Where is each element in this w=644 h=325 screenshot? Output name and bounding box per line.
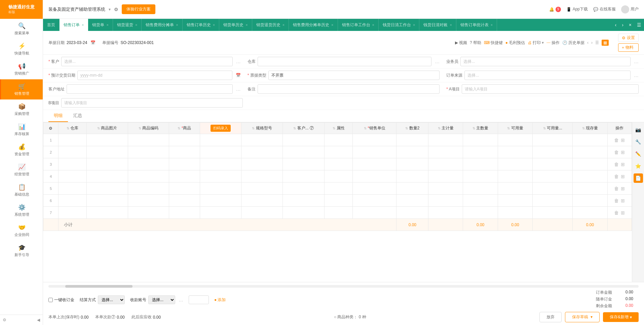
operate-btn[interactable]: ⋯ 操作 bbox=[546, 40, 560, 46]
row-delete-btn[interactable]: 🗑 bbox=[614, 137, 619, 143]
row-delete-btn[interactable]: 🗑 bbox=[614, 162, 619, 167]
tab-close[interactable]: × bbox=[491, 23, 493, 27]
payment-method-select[interactable]: 选择... bbox=[98, 295, 125, 304]
sidebar-item-tutorial[interactable]: 🎓 新手引导 bbox=[0, 241, 43, 261]
tab-detail[interactable]: 明细 bbox=[48, 110, 68, 122]
tab-menu-btn[interactable]: ☰ bbox=[634, 22, 644, 28]
tab-order-workbench[interactable]: 销售订单工作台 × bbox=[338, 19, 379, 31]
sidebar-item-sales[interactable]: 🛒 销售管理 bbox=[0, 79, 43, 99]
tab-close[interactable]: × bbox=[135, 23, 137, 27]
tab-sales-order-close[interactable]: × bbox=[82, 23, 84, 27]
col-stock[interactable]: ⇅ 现存量 bbox=[573, 123, 607, 134]
right-panel-tool[interactable]: 🔧 bbox=[634, 137, 643, 147]
sidebar-item-system[interactable]: ⚙️ 系统管理 bbox=[0, 200, 43, 220]
right-panel-edit[interactable]: ✏️ bbox=[634, 149, 643, 159]
save-draft-btn[interactable]: 保存草稿 ▾ bbox=[565, 312, 600, 322]
col-main-unit[interactable]: ⇅ 主计量 bbox=[428, 123, 463, 134]
sidebar-settings-icon[interactable]: ⚙ bbox=[3, 318, 6, 322]
add-deposit-btn[interactable]: ● 添加 bbox=[214, 297, 226, 303]
tab-close[interactable]: × bbox=[213, 23, 215, 27]
row-copy-btn[interactable]: ⊞ bbox=[621, 198, 625, 203]
address-input[interactable] bbox=[67, 84, 233, 94]
project-a-input[interactable] bbox=[462, 84, 639, 94]
history-btn[interactable]: 🕐 历史单据 bbox=[562, 40, 584, 46]
industry-btn[interactable]: 体验行业方案 bbox=[122, 4, 155, 14]
sidebar-item-operations[interactable]: 📈 经营管理 bbox=[0, 160, 43, 180]
tab-close[interactable]: × bbox=[331, 23, 333, 27]
row-delete-btn[interactable]: 🗑 bbox=[614, 186, 619, 191]
deposit-amount-input[interactable]: 0.00 bbox=[189, 295, 209, 304]
col-customer-code[interactable]: ⇅ 客户... ⑦ bbox=[282, 123, 325, 134]
col-settings[interactable]: ⚙ bbox=[43, 123, 59, 134]
warehouse-more-btn[interactable]: … bbox=[435, 59, 440, 64]
one-click-deposit-checkbox[interactable] bbox=[48, 298, 53, 302]
address-more-btn[interactable]: … bbox=[236, 86, 241, 92]
order-source-more-btn[interactable]: … bbox=[634, 73, 639, 78]
discard-btn[interactable]: 放弃 bbox=[539, 312, 562, 322]
project-b-input[interactable] bbox=[61, 98, 243, 108]
sidebar-item-quick-nav[interactable]: ⚡ 快捷导航 bbox=[0, 39, 43, 59]
tab-sales-return[interactable]: 销货退货 × bbox=[113, 19, 142, 31]
app-download-btn[interactable]: 📱 App下载 bbox=[566, 6, 588, 12]
col-available[interactable]: ⇅ 可用量 bbox=[498, 123, 532, 134]
right-panel-star[interactable]: ⭐ bbox=[634, 161, 643, 171]
sidebar-item-enterprise[interactable]: 🤝 企业协同 bbox=[0, 220, 43, 241]
row-copy-btn[interactable]: ⊞ bbox=[621, 162, 625, 167]
col-spec[interactable]: ⇅ 规格型号 bbox=[241, 123, 283, 134]
sidebar-item-basic-info[interactable]: 📋 基础信息 bbox=[0, 180, 43, 200]
row-delete-btn[interactable]: 🗑 bbox=[614, 150, 619, 155]
account-select[interactable]: 选择... bbox=[148, 295, 175, 304]
tab-order-history[interactable]: 销售订单历史 × bbox=[183, 19, 219, 31]
row-copy-btn[interactable]: ⊞ bbox=[621, 186, 625, 191]
col-unit[interactable]: ⇅ *销售单位 bbox=[353, 123, 396, 134]
online-service-btn[interactable]: 💬 在线客服 bbox=[593, 6, 616, 12]
tab-close[interactable]: × bbox=[450, 23, 452, 27]
ticket-type-select[interactable]: 不开票 bbox=[268, 71, 440, 80]
sidebar-collapse-icon[interactable]: ◀ bbox=[37, 318, 40, 322]
print-btn[interactable]: 🖨 打印 ▾ bbox=[528, 40, 544, 46]
col-main-qty[interactable]: ⇅ 主数量 bbox=[463, 123, 498, 134]
tab-bill-history[interactable]: 销货单历史 × bbox=[219, 19, 252, 31]
tab-close[interactable]: × bbox=[372, 23, 374, 27]
settings-icon[interactable]: ⚙ bbox=[114, 7, 118, 12]
tab-sales-order[interactable]: 销售订单 × bbox=[60, 19, 88, 31]
sidebar-item-search[interactable]: 🔍 搜索菜单 bbox=[0, 19, 43, 39]
scroll-thumb[interactable] bbox=[65, 285, 132, 288]
tab-close[interactable]: × bbox=[106, 23, 108, 27]
tab-close[interactable]: × bbox=[282, 23, 285, 27]
shortcut-btn[interactable]: ⌨ 快捷键 bbox=[484, 40, 503, 46]
tab-close[interactable]: × bbox=[245, 23, 248, 27]
staff-input[interactable] bbox=[460, 57, 631, 66]
notification-btn[interactable]: 🔔 9 bbox=[549, 7, 561, 12]
settings-btn[interactable]: ⚙ 设置 bbox=[618, 34, 639, 42]
right-panel-camera[interactable]: 📷 bbox=[634, 125, 643, 134]
save-draft-dropdown[interactable]: ▾ bbox=[591, 315, 593, 319]
col-image[interactable]: ⇅ 商品图片 bbox=[86, 123, 128, 134]
delivery-date-input[interactable] bbox=[77, 71, 232, 80]
order-source-input[interactable] bbox=[464, 71, 631, 80]
tab-close[interactable]: × bbox=[413, 23, 415, 27]
nav-right-btn[interactable]: › bbox=[591, 40, 593, 45]
col-scan[interactable]: 扫码录入 bbox=[200, 123, 241, 134]
row-copy-btn[interactable]: ⊞ bbox=[621, 150, 625, 155]
tab-close[interactable]: × bbox=[176, 23, 178, 27]
col-attr[interactable]: ⇅ 属性 bbox=[325, 123, 353, 134]
preview-btn[interactable]: ▶ 视频 bbox=[455, 40, 467, 46]
save-new-btn[interactable]: 保存&新增 ▾ bbox=[603, 312, 639, 322]
tab-daily-reconcile[interactable]: 钱货日清对账 × bbox=[419, 19, 456, 31]
warehouse-input[interactable]: 成品库 bbox=[258, 57, 432, 66]
tab-sales-bill[interactable]: 销货单 × bbox=[88, 19, 113, 31]
tab-expense-history[interactable]: 销售费用分摊单历史 × bbox=[289, 19, 338, 31]
tab-home[interactable]: 首页 bbox=[43, 19, 60, 31]
tab-prev-btn[interactable]: ‹ bbox=[612, 22, 619, 28]
tab-return-history[interactable]: 销货退货历史 × bbox=[252, 19, 289, 31]
row-copy-btn[interactable]: ⊞ bbox=[621, 174, 625, 179]
tab-summary[interactable]: 汇总 bbox=[68, 110, 87, 122]
delivery-calendar-icon[interactable]: 📅 bbox=[236, 73, 241, 78]
right-panel-doc[interactable]: 📄 bbox=[634, 173, 643, 183]
tab-next-btn[interactable]: › bbox=[619, 22, 626, 28]
row-delete-btn[interactable]: 🗑 bbox=[614, 210, 619, 215]
profit-btn[interactable]: ● 毛利预估 bbox=[505, 40, 525, 46]
sidebar-item-purchase[interactable]: 📦 采购管理 bbox=[0, 99, 43, 120]
col-available2[interactable]: ⇅ 可用量... bbox=[533, 123, 573, 134]
